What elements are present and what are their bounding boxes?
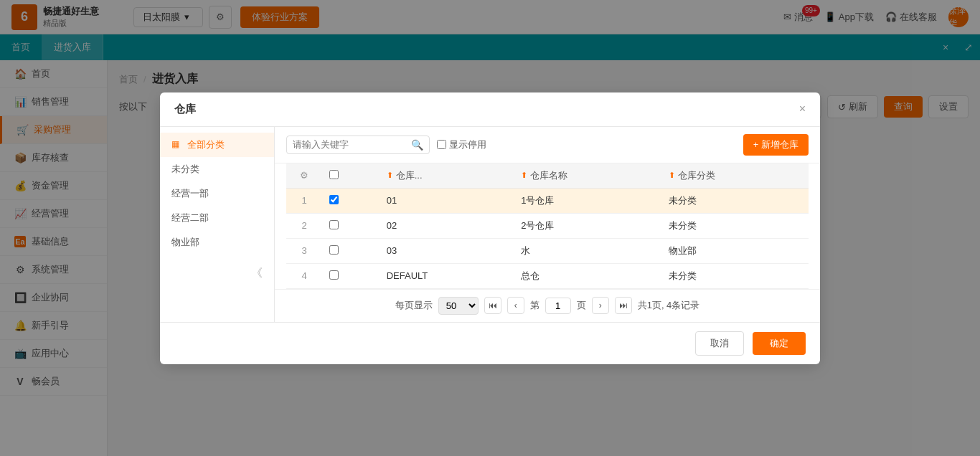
row-code: DEFAULT xyxy=(380,263,514,288)
modal-search-box: 🔍 xyxy=(286,136,430,154)
last-page-button[interactable]: ⏭ xyxy=(615,297,632,314)
next-page-button[interactable]: › xyxy=(592,297,609,314)
row-name: 总仓 xyxy=(514,263,661,288)
col-name[interactable]: ⬆ 仓库名称 xyxy=(514,163,661,189)
first-page-button[interactable]: ⏮ xyxy=(484,297,501,314)
col-checkbox xyxy=(322,163,380,189)
per-page-select[interactable]: 102050100 xyxy=(438,297,479,315)
current-page-input[interactable] xyxy=(545,298,571,314)
modal-header: 仓库 × xyxy=(160,92,820,127)
modal-category-sidebar: ▦ 全部分类 未分类 经营一部 经营二部 物业部 《 xyxy=(160,127,275,322)
modal-overlay[interactable]: 仓库 × ▦ 全部分类 未分类 经营一部 经营二部 xyxy=(0,0,980,456)
table-row[interactable]: 2 02 2号仓库 未分类 xyxy=(286,213,809,238)
modal-toolbar: 🔍 显示停用 + 新增仓库 xyxy=(275,127,820,163)
cancel-button[interactable]: 取消 xyxy=(695,331,744,356)
category-dept2[interactable]: 经营二部 xyxy=(160,206,274,230)
sidebar-collapse-button[interactable]: 《 xyxy=(245,263,268,284)
sort-icon-name: ⬆ xyxy=(521,171,527,180)
confirm-button[interactable]: 确定 xyxy=(753,332,806,355)
row-name: 2号仓库 xyxy=(514,213,661,238)
category-property[interactable]: 物业部 xyxy=(160,230,274,255)
row-name: 水 xyxy=(514,238,661,263)
add-warehouse-button[interactable]: + 新增仓库 xyxy=(743,134,809,156)
search-icon: 🔍 xyxy=(411,139,423,151)
modal-footer: 取消 确定 xyxy=(160,322,820,364)
table-row[interactable]: 4 DEFAULT 总仓 未分类 xyxy=(286,263,809,288)
modal-main-content: 🔍 显示停用 + 新增仓库 ⚙ xyxy=(275,127,820,322)
row-checkbox[interactable] xyxy=(322,213,380,238)
grid-icon: ▦ xyxy=(171,139,183,151)
total-text: 共1页, 4条记录 xyxy=(638,299,700,312)
row-category: 物业部 xyxy=(661,238,809,263)
row-code: 03 xyxy=(380,238,514,263)
col-code[interactable]: ⬆ 仓库... xyxy=(380,163,514,189)
row-no: 1 xyxy=(286,188,322,213)
row-checkbox[interactable] xyxy=(322,188,380,213)
row-category: 未分类 xyxy=(661,263,809,288)
modal-title: 仓库 xyxy=(174,103,196,116)
row-name: 1号仓库 xyxy=(514,188,661,213)
category-unclassified[interactable]: 未分类 xyxy=(160,157,274,181)
row-category: 未分类 xyxy=(661,188,809,213)
page-unit: 页 xyxy=(577,299,586,312)
modal-table-wrap: ⚙ ⬆ 仓库... xyxy=(275,163,820,289)
row-checkbox[interactable] xyxy=(322,263,380,288)
warehouse-table: ⚙ ⬆ 仓库... xyxy=(286,163,809,289)
gear-col-icon: ⚙ xyxy=(300,170,308,181)
category-all[interactable]: ▦ 全部分类 xyxy=(160,133,274,157)
row-code: 02 xyxy=(380,213,514,238)
page-label: 第 xyxy=(530,299,540,312)
row-category: 未分类 xyxy=(661,213,809,238)
row-no: 2 xyxy=(286,213,322,238)
col-settings: ⚙ xyxy=(286,163,322,189)
row-code: 01 xyxy=(380,188,514,213)
col-category[interactable]: ⬆ 仓库分类 xyxy=(661,163,809,189)
modal-close-button[interactable]: × xyxy=(799,103,806,115)
modal-pagination: 每页显示 102050100 ⏮ ‹ 第 页 › ⏭ 共1页, 4条记录 xyxy=(275,289,820,322)
select-all-checkbox[interactable] xyxy=(329,170,339,179)
sort-icon-category: ⬆ xyxy=(669,171,675,180)
modal-body: ▦ 全部分类 未分类 经营一部 经营二部 物业部 《 xyxy=(160,127,820,322)
warehouse-modal: 仓库 × ▦ 全部分类 未分类 经营一部 经营二部 xyxy=(160,92,820,364)
row-no: 4 xyxy=(286,263,322,288)
row-checkbox[interactable] xyxy=(322,238,380,263)
prev-page-button[interactable]: ‹ xyxy=(507,297,524,314)
row-no: 3 xyxy=(286,238,322,263)
per-page-label: 每页显示 xyxy=(395,299,433,312)
table-row[interactable]: 1 01 1号仓库 未分类 xyxy=(286,188,809,213)
show-disabled-checkbox[interactable] xyxy=(437,140,446,149)
sort-icon-code: ⬆ xyxy=(387,171,393,180)
category-dept1[interactable]: 经营一部 xyxy=(160,181,274,206)
table-row[interactable]: 3 03 水 物业部 xyxy=(286,238,809,263)
show-disabled-label: 显示停用 xyxy=(437,138,486,151)
modal-search-input[interactable] xyxy=(293,139,407,150)
